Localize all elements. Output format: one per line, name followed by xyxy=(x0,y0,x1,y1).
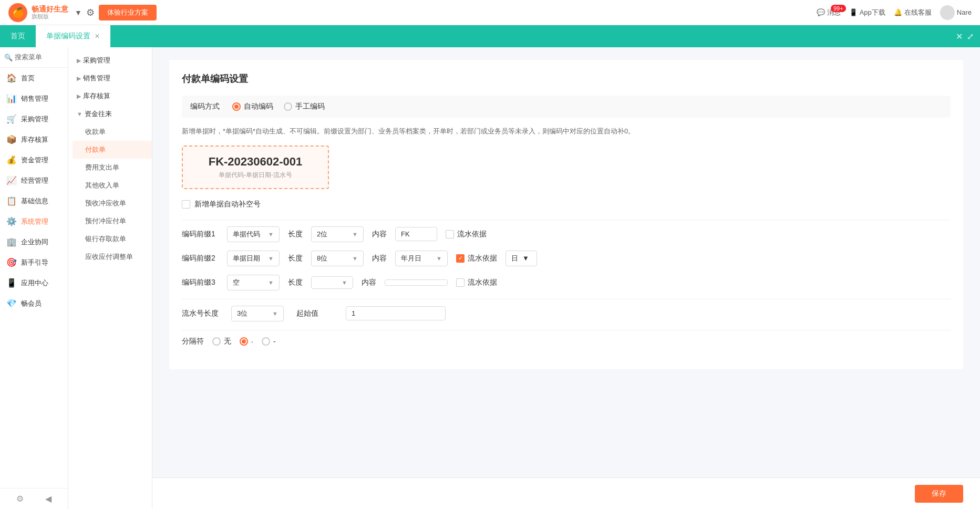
tab-bar-close-btn[interactable]: ✕ xyxy=(956,32,963,41)
tab-close-icon[interactable]: ✕ xyxy=(95,33,100,40)
submenu-adjustment[interactable]: 应收应付调整单 xyxy=(73,248,152,266)
save-button[interactable]: 保存 xyxy=(915,485,963,503)
sidebar-item-member[interactable]: 💎 畅会员 xyxy=(0,293,68,314)
content3-label: 内容 xyxy=(362,278,376,287)
user-item[interactable]: Nare xyxy=(940,5,972,20)
trial-plan-button[interactable]: 体验行业方案 xyxy=(99,5,157,20)
sidebar-item-finance[interactable]: 💰 资金管理 xyxy=(0,150,68,170)
auto-fill-checkbox[interactable] xyxy=(182,200,190,209)
submenu-sales-header[interactable]: ▶ 销售管理 xyxy=(68,69,152,87)
bottom-bar: 保存 xyxy=(152,477,980,509)
serial-length-value: 3位 xyxy=(237,309,247,318)
manual-code-radio[interactable]: 手工编码 xyxy=(284,102,325,111)
serial3-check[interactable]: 流水依据 xyxy=(456,278,497,287)
day-value: 日 xyxy=(511,254,518,263)
submenu-capital-header[interactable]: ▼ 资金往来 xyxy=(68,105,152,123)
sidebar-item-app-center[interactable]: 📱 应用中心 xyxy=(0,273,68,293)
main-layout: 🔍 搜索菜单 🏠 首页 📊 销售管理 🛒 采购管理 📦 库存核算 💰 资金管理 … xyxy=(0,47,980,509)
length1-arrow-icon: ▼ xyxy=(352,231,358,237)
submenu-other-income[interactable]: 其他收入单 xyxy=(73,176,152,194)
divider-2 xyxy=(182,299,951,299)
message-badge: 99+ xyxy=(831,5,846,12)
sidebar-item-enterprise[interactable]: 🏢 企业协同 xyxy=(0,232,68,252)
prefix1-select[interactable]: 单据代码 ▼ xyxy=(227,226,280,242)
submenu-capital: ▼ 资金往来 收款单 付款单 费用支出单 其他收入单 预收冲应收单 xyxy=(68,105,152,266)
encoding-method-row: 编码方式 自动编码 手工编码 xyxy=(182,96,951,118)
manual-code-radio-circle xyxy=(284,102,292,111)
sep-dot-radio[interactable]: · xyxy=(240,337,253,346)
sidebar-item-inventory[interactable]: 📦 库存核算 xyxy=(0,129,68,150)
submenu-inventory-label: 库存核算 xyxy=(83,91,110,101)
info-text: 新增单据时，*单据编码*自动生成、不可编辑。前缀设置为部门、业务员等档案类，开单… xyxy=(182,126,951,137)
header-right: 💬 消息 99+ 📱 App下载 🔔 在线客服 Nare xyxy=(817,5,972,20)
sidebar-item-operations[interactable]: 📈 经营管理 xyxy=(0,170,68,191)
submenu-pre-payable[interactable]: 预收冲应收单 xyxy=(73,194,152,212)
sidebar-item-purchase[interactable]: 🛒 采购管理 xyxy=(0,109,68,129)
serial2-label: 流水依据 xyxy=(468,254,497,263)
sep-none-radio[interactable]: 无 xyxy=(212,337,231,346)
submenu-payment[interactable]: 付款单 xyxy=(73,141,152,159)
submenu-pre-payment[interactable]: 预付冲应付单 xyxy=(73,212,152,230)
sep-dash-radio[interactable]: - xyxy=(262,337,276,346)
tab-bar-right: ✕ ⤢ xyxy=(956,32,980,41)
start-value-input[interactable] xyxy=(346,306,446,320)
app-center-icon: 📱 xyxy=(6,278,17,288)
message-item[interactable]: 💬 消息 99+ xyxy=(817,8,841,17)
finance-icon: 💰 xyxy=(6,155,17,165)
submenu-inventory: ▶ 库存核算 xyxy=(68,87,152,105)
online-service-item[interactable]: 🔔 在线客服 xyxy=(894,8,932,17)
prefix3-select[interactable]: 空 ▼ xyxy=(227,275,280,290)
sidebar-search[interactable]: 🔍 搜索菜单 xyxy=(0,47,68,68)
submenu-receipt-label: 收款单 xyxy=(85,128,106,136)
sidebar-settings-btn[interactable]: ⚙ xyxy=(16,494,24,504)
length2-select[interactable]: 8位 ▼ xyxy=(311,251,364,266)
app-download-label: App下载 xyxy=(860,8,885,17)
tab-home[interactable]: 首页 xyxy=(0,25,36,47)
app-download-item[interactable]: 📱 App下载 xyxy=(849,8,885,17)
submenu-bank-deposit-label: 银行存取款单 xyxy=(85,235,126,243)
tab-bar-expand-btn[interactable]: ⤢ xyxy=(967,32,974,41)
prefix3-label: 编码前缀3 xyxy=(182,278,219,287)
guide-icon: 🎯 xyxy=(6,257,17,267)
length2-value: 8位 xyxy=(317,254,327,263)
enterprise-icon: 🏢 xyxy=(6,237,17,247)
submenu-inventory-header[interactable]: ▶ 库存核算 xyxy=(68,87,152,105)
content2-select[interactable]: 年月日 ▼ xyxy=(395,251,448,266)
sidebar-item-system[interactable]: ⚙️ 系统管理 xyxy=(0,211,68,232)
serial1-checkbox xyxy=(446,230,454,238)
sidebar-item-home[interactable]: 🏠 首页 xyxy=(0,68,68,88)
auto-code-radio[interactable]: 自动编码 xyxy=(232,102,273,111)
submenu-sales-arrow: ▶ xyxy=(77,75,81,82)
sidebar-item-sales[interactable]: 📊 销售管理 xyxy=(0,88,68,109)
sidebar-item-guide[interactable]: 🎯 新手引导 xyxy=(0,252,68,273)
config-row-3: 编码前缀3 空 ▼ 长度 ▼ 内容 流水依据 xyxy=(182,275,951,290)
purchase-icon: 🛒 xyxy=(6,114,17,124)
sidebar-item-basic-info[interactable]: 📋 基础信息 xyxy=(0,191,68,211)
sidebar-collapse-btn[interactable]: ◀ xyxy=(45,494,51,504)
logo-text: 畅通好生意 旗舰版 xyxy=(32,5,68,20)
submenu-purchase-header[interactable]: ▶ 采购管理 xyxy=(68,51,152,69)
sidebar-item-operations-label: 经营管理 xyxy=(21,176,48,185)
submenu-bank-deposit[interactable]: 银行存取款单 xyxy=(73,230,152,248)
day-select[interactable]: 日 ▼ xyxy=(506,251,537,266)
length1-select[interactable]: 2位 ▼ xyxy=(311,226,364,242)
serial-length-select[interactable]: 3位 ▼ xyxy=(231,306,284,321)
length3-select[interactable]: ▼ xyxy=(311,276,353,289)
length2-label: 长度 xyxy=(288,254,303,263)
prefix2-select[interactable]: 单据日期 ▼ xyxy=(227,251,280,266)
submenu-expense-label: 费用支出单 xyxy=(85,163,119,171)
serial1-check[interactable]: 流水依据 xyxy=(446,230,487,239)
auto-fill-row: 新增单据自动补空号 xyxy=(182,200,951,209)
dropdown-arrow-btn[interactable]: ▼ xyxy=(75,8,82,17)
serial3-checkbox xyxy=(456,278,465,287)
manual-code-label: 手工编码 xyxy=(295,102,325,111)
serial2-check[interactable]: ✓ 流水依据 xyxy=(456,254,497,263)
submenu-expense[interactable]: 费用支出单 xyxy=(73,159,152,176)
tab-serial-setting[interactable]: 单据编码设置 ✕ xyxy=(36,25,110,47)
example-code: FK-20230602-001 xyxy=(195,155,315,169)
content2-arrow-icon: ▼ xyxy=(436,255,442,262)
submenu-purchase: ▶ 采购管理 xyxy=(68,51,152,69)
settings-gear-btn[interactable]: ⚙ xyxy=(86,7,95,18)
content1-label: 内容 xyxy=(372,230,387,239)
submenu-receipt[interactable]: 收款单 xyxy=(73,123,152,141)
